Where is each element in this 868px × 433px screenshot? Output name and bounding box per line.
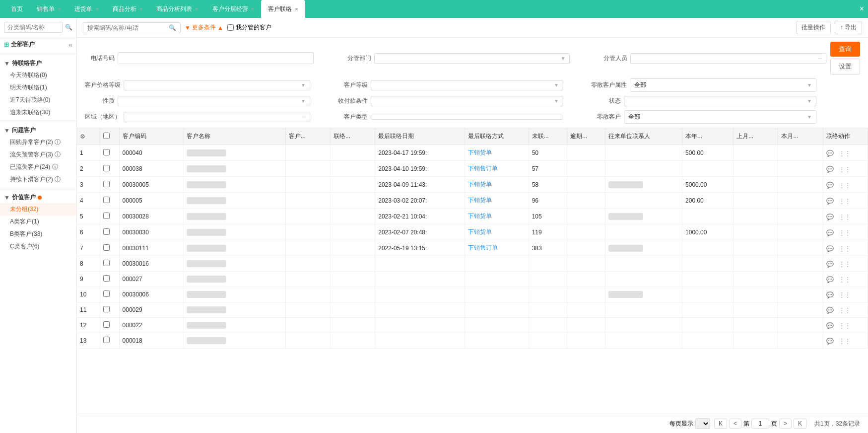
contact-method-link[interactable]: 下销货单 [468,197,492,204]
status-select[interactable]: ▼ [624,96,816,106]
sidebar-all-customers[interactable]: ⊞ 全部客户 « [0,37,76,52]
sidebar-group-pending[interactable]: ▼ 待联络客户 [0,56,76,69]
sidebar-item-tomorrow-pending[interactable]: 明天待联络(1) [0,81,76,94]
contact-method-link[interactable]: 下销货单 [468,149,492,156]
more-action-icon[interactable]: ⋮⋮ [839,261,851,268]
close-all-button[interactable]: × [860,4,864,13]
sidebar-item-unclassified[interactable]: 未分组(32) [0,203,76,216]
area-select[interactable]: ··· [124,112,310,122]
settings-icon[interactable]: ⚙ [80,133,85,140]
nature-select[interactable]: ▼ [118,96,310,106]
close-product-list-tab[interactable]: × [195,6,198,12]
sidebar-item-churned[interactable]: 已流失客户(24) ⓘ [0,161,76,173]
row-select-checkbox[interactable] [103,181,110,187]
sidebar-item-class-c[interactable]: C类客户(6) [0,240,76,253]
sidebar-item-class-a[interactable]: A类客户(1) [0,216,76,228]
reset-button[interactable]: 设置 [830,59,860,74]
more-action-icon[interactable]: ⋮⋮ [839,276,851,283]
row-select-checkbox[interactable] [103,228,110,235]
more-action-icon[interactable]: ⋮⋮ [839,229,851,236]
customer-type-select[interactable] [371,115,563,120]
last-page-button[interactable]: K [794,419,806,429]
message-icon[interactable]: 💬 [826,229,834,236]
sidebar-item-declining[interactable]: 持续下滑客户(2) ⓘ [0,173,76,186]
more-action-icon[interactable]: ⋮⋮ [839,338,851,345]
close-purchase-tab[interactable]: × [95,6,98,12]
payment-select[interactable]: ▼ [371,96,563,106]
nav-tab-sales[interactable]: 销售单 × [30,0,67,18]
message-icon[interactable]: 💬 [826,276,834,283]
price-level-select[interactable]: ▼ [124,80,310,90]
row-select-checkbox[interactable] [103,306,110,312]
page-number-input[interactable] [751,419,769,429]
nav-tab-product-list[interactable]: 商品分析列表 × [149,0,205,18]
message-icon[interactable]: 💬 [826,261,834,268]
more-action-icon[interactable]: ⋮⋮ [839,198,851,205]
retail-attr-select[interactable]: 全部 ▼ [630,78,816,92]
phone-input[interactable] [118,52,314,64]
message-icon[interactable]: 💬 [826,322,834,329]
my-customers-checkbox[interactable]: 我分管的客户 [227,23,271,32]
row-select-checkbox[interactable] [103,149,110,155]
row-select-checkbox[interactable] [103,165,110,171]
category-search-input[interactable] [4,22,63,33]
search-input[interactable] [87,24,167,31]
message-icon[interactable]: 💬 [826,291,834,298]
row-select-checkbox[interactable] [103,197,110,203]
nav-tab-customer-contact[interactable]: 客户联络 × [261,0,305,18]
more-conditions-button[interactable]: ▼ 更多条件 ▲ [185,23,223,32]
search-icon[interactable]: 🔍 [169,24,176,31]
select-all-checkbox[interactable] [103,133,110,139]
export-button[interactable]: ↑ 导出 [835,21,862,34]
row-select-checkbox[interactable] [103,321,110,328]
contact-method-link[interactable]: 下销货单 [468,213,492,219]
more-action-icon[interactable]: ⋮⋮ [839,291,851,298]
more-action-icon[interactable]: ⋮⋮ [839,322,851,329]
row-select-checkbox[interactable] [103,213,110,219]
staff-select[interactable]: ··· [630,53,826,64]
contact-method-link[interactable]: 下销售订单 [468,244,498,251]
nav-tab-customer-tier[interactable]: 客户分层经营 × [205,0,261,18]
page-size-select[interactable]: 50 [695,418,710,429]
sidebar-collapse-icon[interactable]: « [68,41,72,49]
batch-operation-button[interactable]: 批量操作 [796,21,831,34]
nav-tab-purchase[interactable]: 进货单 × [67,0,105,18]
close-customer-contact-tab[interactable]: × [295,6,298,12]
message-icon[interactable]: 💬 [826,150,834,157]
message-icon[interactable]: 💬 [826,245,834,252]
message-icon[interactable]: 💬 [826,214,834,220]
message-icon[interactable]: 💬 [826,182,834,189]
nav-home[interactable]: 首页 [4,0,30,18]
row-select-checkbox[interactable] [103,260,110,266]
message-icon[interactable]: 💬 [826,338,834,345]
contact-method-link[interactable]: 下销货单 [468,181,492,188]
close-customer-tier-tab[interactable]: × [251,6,254,12]
more-action-icon[interactable]: ⋮⋮ [839,166,851,173]
sidebar-group-value[interactable]: ▼ 价值客户 [0,190,76,203]
query-button[interactable]: 查询 [830,42,860,57]
row-select-checkbox[interactable] [103,244,110,251]
more-action-icon[interactable]: ⋮⋮ [839,307,851,314]
more-action-icon[interactable]: ⋮⋮ [839,214,851,220]
my-customers-check[interactable] [227,24,234,31]
close-sales-tab[interactable]: × [58,6,61,12]
prev-page-button[interactable]: < [729,419,741,429]
row-select-checkbox[interactable] [103,337,110,343]
customer-level-select[interactable]: ▼ [371,80,563,90]
more-action-icon[interactable]: ⋮⋮ [839,150,851,157]
nav-tab-product-analysis[interactable]: 商品分析 × [106,0,149,18]
contact-method-link[interactable]: 下销售订单 [468,165,498,172]
message-icon[interactable]: 💬 [826,166,834,173]
first-page-button[interactable]: K [714,419,727,429]
message-icon[interactable]: 💬 [826,307,834,314]
sidebar-group-problem[interactable]: ▼ 问题客户 [0,123,76,136]
sidebar-item-today-pending[interactable]: 今天待联络(0) [0,69,76,81]
more-action-icon[interactable]: ⋮⋮ [839,245,851,252]
sidebar-item-class-b[interactable]: B类客户(33) [0,228,76,240]
next-page-button[interactable]: > [779,419,792,429]
sidebar-item-week-pending[interactable]: 近7天待联络(0) [0,94,76,106]
close-product-analysis-tab[interactable]: × [139,6,142,12]
dept-select[interactable]: ▼ [374,53,570,64]
retail-customer-select[interactable]: 全部 ▼ [624,110,816,124]
sidebar-item-abnormal[interactable]: 回购异常客户(2) ⓘ [0,136,76,148]
